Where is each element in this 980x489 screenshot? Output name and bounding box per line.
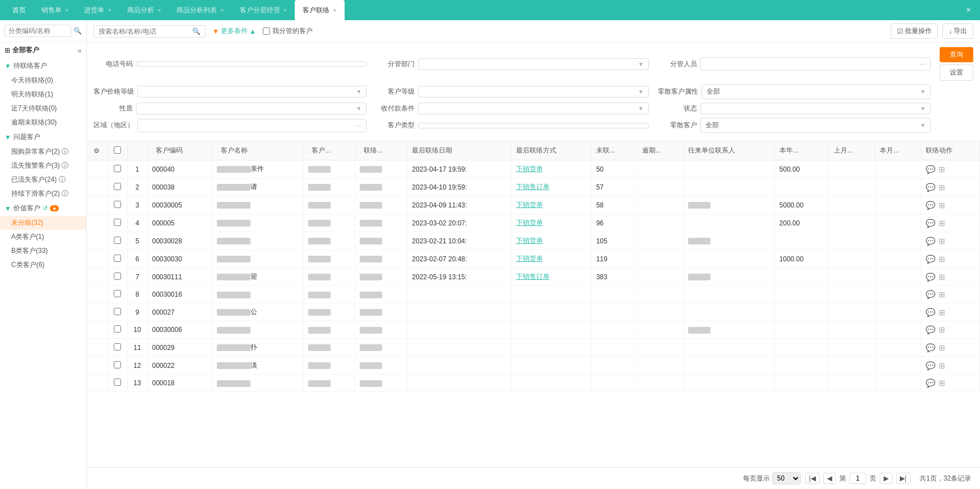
tab-sales-order[interactable]: 销售单 ×	[34, 0, 76, 20]
contact-method-link[interactable]: 下销货单	[516, 219, 543, 227]
contact-icon[interactable]: 💬	[926, 379, 935, 387]
reset-button[interactable]: 设置	[940, 64, 973, 81]
more-action-icon[interactable]: ⊞	[939, 308, 945, 317]
row-checkbox[interactable]	[114, 219, 121, 226]
sidebar-search-icon[interactable]: 🔍	[73, 27, 82, 35]
contact-method-link[interactable]: 下销货单	[516, 255, 543, 262]
contact-icon[interactable]: 💬	[926, 165, 935, 174]
contact-method-link[interactable]: 下销售订单	[516, 273, 550, 280]
row-checkbox[interactable]	[114, 255, 121, 262]
row-checkbox-cell[interactable]	[107, 303, 127, 321]
page-input[interactable]	[849, 473, 866, 484]
row-checkbox-cell[interactable]	[107, 232, 127, 250]
contact-icon[interactable]: 💬	[926, 255, 935, 264]
filter-my-customers[interactable]: 我分管的客户	[263, 26, 313, 36]
filter-price-level-select[interactable]: ▼	[137, 86, 366, 98]
contact-icon[interactable]: 💬	[926, 183, 935, 192]
contact-icon[interactable]: 💬	[926, 237, 935, 246]
filter-region-select[interactable]: ···	[137, 119, 366, 132]
row-checkbox[interactable]	[114, 165, 121, 172]
col-settings[interactable]: ⚙	[87, 141, 107, 160]
more-action-icon[interactable]: ⊞	[939, 201, 945, 210]
filter-search-input[interactable]	[99, 27, 192, 35]
contact-icon[interactable]: 💬	[926, 201, 935, 210]
tab-customer-segment[interactable]: 客户分层经营 ×	[232, 0, 295, 20]
filter-search-icon[interactable]: 🔍	[192, 27, 201, 35]
filter-status-select[interactable]: ▼	[700, 103, 931, 114]
contact-icon[interactable]: 💬	[926, 325, 935, 334]
sidebar-item-class-c[interactable]: C类客户(6)	[0, 258, 86, 272]
next-page-button[interactable]: ▶	[880, 473, 893, 484]
tab-customer-contact[interactable]: 客户联络 ×	[295, 0, 344, 20]
contact-icon[interactable]: 💬	[926, 273, 935, 282]
row-checkbox-cell[interactable]	[107, 178, 127, 196]
row-checkbox-cell[interactable]	[107, 250, 127, 268]
more-action-icon[interactable]: ⊞	[939, 343, 945, 352]
sidebar-collapse-btn[interactable]: «	[77, 46, 82, 55]
sidebar-group-value-customers[interactable]: ▼ 价值客户 ↺ ●	[0, 201, 86, 216]
filter-dept-select[interactable]: ▼	[418, 58, 648, 70]
contact-icon[interactable]: 💬	[926, 343, 935, 352]
tab-purchase-order-close[interactable]: ×	[108, 7, 111, 13]
contact-method-link[interactable]: 下销货单	[516, 201, 543, 209]
refresh-icon[interactable]: ↺	[43, 205, 48, 212]
first-page-button[interactable]: |◀	[805, 473, 820, 484]
row-checkbox-cell[interactable]	[107, 286, 127, 303]
contact-icon[interactable]: 💬	[926, 308, 935, 317]
filter-person-select[interactable]: ···	[700, 57, 931, 71]
tab-product-analysis-close[interactable]: ×	[157, 7, 161, 13]
filter-retail-attr-select[interactable]: 全部▼	[702, 84, 931, 99]
close-all-tabs[interactable]: ×	[962, 5, 976, 15]
sidebar-item-class-a[interactable]: A类客户(1)	[0, 230, 86, 244]
tab-customer-contact-close[interactable]: ×	[333, 7, 336, 13]
filter-customer-type-select[interactable]	[418, 123, 648, 128]
row-checkbox[interactable]	[114, 379, 121, 386]
per-page-select[interactable]: 50 100 200	[772, 472, 801, 485]
sidebar-group-problem-customers[interactable]: ▼ 问题客户	[0, 130, 86, 145]
sidebar-group-pending-contact[interactable]: ▼ 待联络客户	[0, 58, 86, 73]
filter-phone-input[interactable]	[136, 61, 366, 67]
last-page-button[interactable]: ▶|	[896, 473, 911, 484]
row-checkbox[interactable]	[114, 308, 121, 315]
my-customers-checkbox[interactable]	[263, 27, 270, 35]
row-checkbox-cell[interactable]	[107, 196, 127, 214]
contact-method-link[interactable]: 下销售订单	[516, 183, 550, 191]
filter-retail-select[interactable]: 全部▼	[700, 118, 931, 133]
contact-method-link[interactable]: 下销货单	[516, 165, 543, 173]
sidebar-item-overdue-pending[interactable]: 逾期未联络(30)	[0, 116, 86, 130]
more-action-icon[interactable]: ⊞	[939, 379, 945, 387]
export-button[interactable]: ↓ 导出	[942, 24, 973, 39]
filter-more-conditions[interactable]: ▼ 更多条件 ▲	[212, 26, 256, 36]
sidebar-item-today-pending[interactable]: 今天待联络(0)	[0, 73, 86, 87]
select-all-checkbox[interactable]	[114, 146, 121, 154]
sidebar-item-tomorrow-pending[interactable]: 明天待联络(1)	[0, 87, 86, 102]
tab-product-analysis-list-close[interactable]: ×	[220, 7, 224, 13]
query-button[interactable]: 查询	[940, 47, 973, 62]
filter-customer-level-select[interactable]: ▼	[418, 86, 648, 98]
sidebar-item-declining[interactable]: 持续下滑客户(2) ⓘ	[0, 187, 86, 201]
row-checkbox-cell[interactable]	[107, 160, 127, 178]
contact-icon[interactable]: 💬	[926, 219, 935, 228]
sidebar-item-churned[interactable]: 已流失客户(24) ⓘ	[0, 173, 86, 187]
row-checkbox-cell[interactable]	[107, 375, 127, 392]
row-checkbox-cell[interactable]	[107, 214, 127, 232]
row-checkbox[interactable]	[114, 201, 121, 208]
more-action-icon[interactable]: ⊞	[939, 183, 945, 192]
contact-method-link[interactable]: 下销货单	[516, 237, 543, 245]
row-checkbox-cell[interactable]	[107, 357, 127, 375]
more-action-icon[interactable]: ⊞	[939, 290, 945, 299]
prev-page-button[interactable]: ◀	[823, 473, 836, 484]
contact-icon[interactable]: 💬	[926, 290, 935, 299]
tab-customer-segment-close[interactable]: ×	[284, 7, 287, 13]
tab-product-analysis[interactable]: 商品分析 ×	[119, 0, 169, 20]
row-checkbox[interactable]	[114, 237, 121, 244]
more-action-icon[interactable]: ⊞	[939, 237, 945, 246]
filter-payment-select[interactable]: ▼	[418, 103, 648, 114]
settings-icon[interactable]: ⚙	[94, 147, 100, 155]
sidebar-item-hoarding[interactable]: 囤购异常客户(2) ⓘ	[0, 145, 86, 159]
row-checkbox[interactable]	[114, 290, 121, 297]
tab-home[interactable]: 首页	[4, 0, 34, 20]
sidebar-item-ungrouped[interactable]: 未分组(32)	[0, 216, 86, 230]
more-action-icon[interactable]: ⊞	[939, 273, 945, 282]
more-action-icon[interactable]: ⊞	[939, 219, 945, 228]
